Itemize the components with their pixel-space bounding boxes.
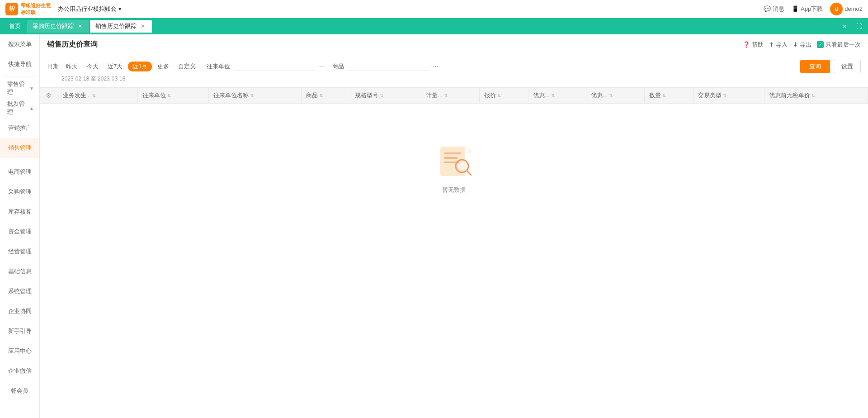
partner-dots[interactable]: ··· [319, 62, 325, 71]
table-th-product[interactable]: 商品 ⇅ [302, 88, 350, 104]
table-th-spec[interactable]: 规格型号 ⇅ [350, 88, 421, 104]
sidebar-item-inventory-label: 库存核算 [8, 208, 32, 216]
table-th-trade-type[interactable]: 交易类型 ⇅ [693, 88, 764, 104]
only-last-item[interactable]: ✓ 只看最后一次 [817, 41, 861, 49]
date-btn-today[interactable]: 今天 [83, 62, 102, 71]
table-container: ⚙ 业务发生... ⇅ 往来单位 ⇅ [40, 88, 868, 418]
settings-button[interactable]: 设置 [834, 60, 861, 73]
sidebar-item-quick-nav[interactable]: 快捷导航 [0, 54, 39, 74]
date-btn-custom[interactable]: 自定义 [175, 62, 199, 71]
date-btn-yesterday[interactable]: 昨天 [62, 62, 81, 71]
sidebar-item-operations[interactable]: 经营管理 [0, 242, 39, 261]
export-btn[interactable]: ⬇ 导出 [793, 41, 811, 49]
th-discount2-label: 优惠... [591, 91, 608, 100]
content-area: 销售历史价查询 ❓ 帮助 ⬆ 导入 ⬇ 导出 ✓ 只看最后一次 [40, 34, 868, 418]
sidebar-item-system[interactable]: 系统管理 [0, 281, 39, 301]
close-window-btn[interactable]: ✕ [839, 21, 850, 32]
message-icon: 💬 [764, 5, 771, 12]
sidebar-item-retail-label: 零售管理 [7, 80, 29, 96]
th-sort-spec: 规格型号 ⇅ [355, 91, 383, 100]
sort-icon-trade-type: ⇅ [723, 93, 726, 98]
svg-point-5 [458, 162, 466, 170]
table-th-discount1[interactable]: 优惠... ⇅ [528, 88, 586, 104]
sidebar-item-system-label: 系统管理 [8, 287, 32, 295]
table-th-unit[interactable]: 计量... ⇅ [421, 88, 479, 104]
tab-sales-close[interactable]: ✕ [139, 23, 146, 30]
app-selector[interactable]: 办公用品行业模拟账套 ▾ [54, 3, 125, 15]
tab-sales[interactable]: 销售历史价跟踪 ✕ [90, 20, 152, 33]
filter-actions: 查询 设置 [800, 60, 861, 73]
top-bar: 帮 帮帐通好生意 标准版 办公用品行业模拟账套 ▾ 💬 消息 📱 App下载 d… [0, 0, 868, 18]
date-btn-1month[interactable]: 近1月 [128, 62, 152, 71]
sidebar-item-inventory[interactable]: 库存核算 [0, 202, 39, 222]
sidebar-item-ecommerce[interactable]: 电商管理 [0, 162, 39, 182]
svg-rect-2 [444, 157, 458, 159]
tab-home[interactable]: 首页 [4, 20, 26, 33]
product-filter: 商品 ··· [332, 62, 439, 71]
table-th-biz-date[interactable]: 业务发生... ⇅ [58, 88, 138, 104]
tab-purchase[interactable]: 采购历史价跟踪 ✕ [27, 20, 89, 33]
sidebar-item-marketing[interactable]: 营销推广 [0, 118, 39, 138]
import-icon: ⬆ [769, 41, 774, 48]
th-discount1-label: 优惠... [533, 91, 550, 100]
sidebar-item-member[interactable]: 畅会员 [0, 381, 39, 401]
date-btn-more[interactable]: 更多 [154, 62, 173, 71]
sidebar-item-basic-info[interactable]: 基础信息 [0, 261, 39, 281]
page-title: 销售历史价查询 [47, 40, 98, 49]
empty-text: 暂无数据 [442, 186, 466, 194]
tab-bar: 首页 采购历史价跟踪 ✕ 销售历史价跟踪 ✕ ✕ ⛶ [0, 18, 868, 34]
sidebar-item-sales-mgmt[interactable]: 销售管理 [0, 138, 39, 158]
table-th-pre-tax[interactable]: 优惠前无税单价 ⇅ [764, 88, 868, 104]
sidebar-item-basic-info-label: 基础信息 [8, 267, 32, 276]
message-btn[interactable]: 💬 消息 [764, 5, 784, 13]
th-product-label: 商品 [306, 91, 318, 100]
th-sort-trade-type: 交易类型 ⇅ [698, 91, 726, 100]
sidebar-item-purchase-mgmt[interactable]: 采购管理 [0, 182, 39, 202]
date-btn-7days[interactable]: 近7天 [104, 62, 126, 71]
import-btn[interactable]: ⬆ 导入 [769, 41, 788, 49]
th-sort-partner-name: 往来单位名称 ⇅ [213, 91, 254, 100]
sidebar-item-guide[interactable]: 新手引导 [0, 321, 39, 341]
sidebar-item-app-center-label: 应用中心 [8, 347, 32, 355]
date-filter: 日期 昨天 今天 近7天 近1月 更多 自定义 [47, 62, 199, 71]
column-settings-btn[interactable]: ⚙ [46, 92, 52, 99]
sidebar-item-enterprise[interactable]: 企业协同 [0, 301, 39, 321]
tab-purchase-close[interactable]: ✕ [76, 23, 84, 30]
sort-icon-partner-name: ⇅ [250, 93, 254, 98]
tab-sales-label: 销售历史价跟踪 [95, 22, 137, 30]
message-label: 消息 [773, 5, 784, 13]
sidebar-item-enterprise-wechat[interactable]: 企业微信 [0, 361, 39, 381]
table-th-quote[interactable]: 报价 ⇅ [479, 88, 528, 104]
sidebar-item-finance[interactable]: 资金管理 [0, 222, 39, 242]
sidebar-item-app-center[interactable]: 应用中心 [0, 341, 39, 361]
date-buttons: 昨天 今天 近7天 近1月 更多 自定义 [62, 62, 199, 71]
app-download-btn[interactable]: 📱 App下载 [792, 5, 823, 13]
table-th-qty[interactable]: 数量 ⇅ [644, 88, 693, 104]
sort-icon-biz-date: ⇅ [92, 93, 96, 98]
fullscreen-btn[interactable]: ⛶ [854, 21, 864, 32]
help-btn[interactable]: ❓ 帮助 [743, 41, 764, 49]
search-button[interactable]: 查询 [800, 60, 830, 73]
only-last-checkbox[interactable]: ✓ [817, 41, 824, 48]
app-name: 办公用品行业模拟账套 [58, 5, 117, 13]
table-th-gear: ⚙ [40, 88, 58, 104]
help-label: 帮助 [752, 41, 764, 49]
table-th-discount2[interactable]: 优惠... ⇅ [586, 88, 644, 104]
partner-input[interactable] [234, 62, 315, 71]
sidebar-item-finance-label: 资金管理 [8, 228, 32, 236]
sidebar-item-wholesale[interactable]: 批发管理 ▲ [0, 98, 39, 118]
empty-state: 暂无数据 [40, 104, 868, 230]
th-sort-unit: 计量... ⇅ [426, 91, 448, 100]
table-th-partner-name[interactable]: 往来单位名称 ⇅ [209, 88, 302, 104]
page-header-actions: ❓ 帮助 ⬆ 导入 ⬇ 导出 ✓ 只看最后一次 [743, 41, 861, 49]
sidebar-item-search-menu[interactable]: 搜索菜单 [0, 34, 39, 54]
table-th-partner-code[interactable]: 往来单位 ⇅ [138, 88, 209, 104]
th-sort-qty: 数量 ⇅ [649, 91, 666, 100]
product-dots[interactable]: ··· [433, 62, 439, 71]
user-area[interactable]: d demo2 [830, 3, 863, 15]
partner-filter: 往来单位 ··· [207, 62, 325, 71]
dropdown-icon: ▾ [118, 5, 122, 12]
sidebar-item-retail[interactable]: 零售管理 ▼ [0, 78, 39, 98]
product-input[interactable] [348, 62, 429, 71]
help-icon: ❓ [743, 41, 750, 48]
